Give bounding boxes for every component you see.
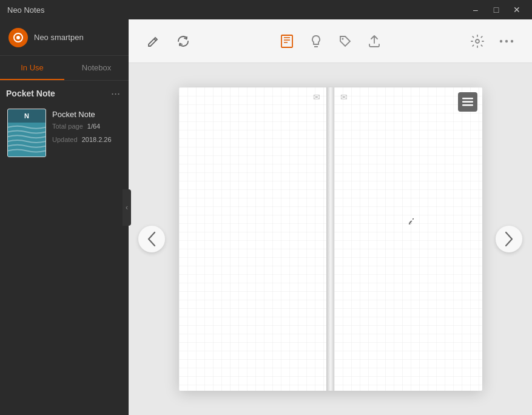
svg-rect-12 [179,87,327,391]
note-section-title: Pocket Note [6,89,55,98]
toolbar-left [141,28,197,55]
sidebar-content: Pocket Note ··· N [0,81,129,415]
fold-arrow-icon: ‹ [126,203,128,212]
logo-icon [8,28,28,47]
app-title: Neo Notes [7,5,44,15]
minimize-button[interactable]: – [468,3,483,16]
note-info: Pocket Note Total page 1/64 Updated 2018… [52,109,121,145]
content-area: ✉ ✉ [129,19,532,415]
note-section-header: Pocket Note ··· [6,87,123,100]
svg-point-8 [476,39,479,43]
svg-rect-13 [334,87,482,391]
notebook-page-right: ✉ 𝒾 [334,87,482,391]
sidebar-tabs: In Use Notebox [0,56,129,81]
notebook-spine [327,87,334,391]
titlebar: Neo Notes – □ ✕ [0,0,532,19]
note-thumbnail: N [7,109,46,157]
tag-button[interactable] [332,28,359,55]
more-options-button[interactable] [493,28,520,55]
toolbar-center [274,28,388,55]
sidebar-fold-button[interactable]: ‹ [123,189,131,226]
sidebar-header: Neo smartpen [0,19,129,56]
svg-rect-15 [462,101,473,103]
toolbar [129,19,532,63]
right-page-mail-icon: ✉ [340,92,348,102]
close-button[interactable]: ✕ [509,3,525,16]
svg-point-7 [342,38,343,39]
note-meta-updated: Updated 2018.2.26 [52,135,121,146]
sidebar: Neo smartpen In Use Notebox Pocket Note … [0,19,129,415]
idea-button[interactable] [303,28,329,55]
note-thumb-letter: N [8,109,45,123]
pen-tool-button[interactable] [141,28,167,55]
tab-notebox[interactable]: Notebox [64,56,129,80]
svg-rect-14 [462,98,473,100]
handwriting-mark: 𝒾 [408,215,411,228]
tab-in-use[interactable]: In Use [0,56,64,80]
sync-button[interactable] [170,28,197,55]
main-layout: Neo smartpen In Use Notebox Pocket Note … [0,19,532,415]
settings-button[interactable] [464,28,491,55]
upload-button[interactable] [361,28,388,55]
notebook-spread: ✉ ✉ [179,87,482,391]
logo-text: Neo smartpen [34,33,84,42]
note-name: Pocket Note [52,110,121,119]
svg-rect-3 [281,35,292,47]
maximize-button[interactable]: □ [488,3,504,16]
notebook-view-button[interactable] [274,28,300,55]
notebook-page-left: ✉ [179,87,328,391]
svg-point-11 [511,39,513,42]
note-more-button[interactable]: ··· [109,88,123,99]
left-page-mail-icon: ✉ [313,92,320,102]
svg-point-1 [16,36,20,39]
window-controls: – □ ✕ [468,3,525,16]
note-meta-pages: Total page 1/64 [52,121,121,132]
svg-point-10 [505,39,508,42]
svg-point-9 [500,39,502,42]
note-thumb-waves [8,123,45,157]
toolbar-right [464,28,520,55]
svg-rect-16 [462,104,473,106]
prev-page-button[interactable] [138,226,165,252]
next-page-button[interactable] [496,226,522,252]
note-item[interactable]: N P [6,106,123,160]
notebook-viewer: ✉ ✉ [129,63,532,415]
page-menu-button[interactable] [458,92,477,112]
